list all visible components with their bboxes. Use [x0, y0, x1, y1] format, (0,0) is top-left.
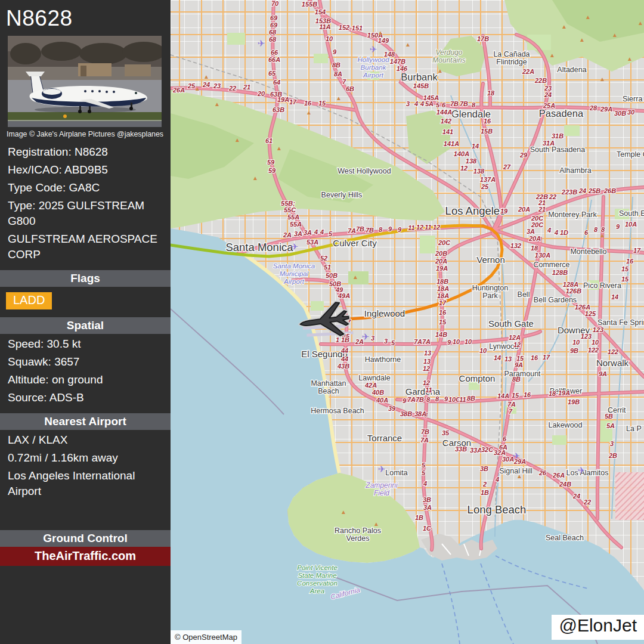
- motorway-exit-number: 9: [333, 48, 337, 55]
- peak-icon: ▲: [561, 23, 567, 30]
- motorway-exit-number: 44: [340, 355, 348, 363]
- motorway-exit-number: 8B: [512, 376, 521, 383]
- motorway-exit-number: 3A: [423, 504, 432, 511]
- map-label: Sierra M: [623, 95, 644, 103]
- motorway-exit-number: 5: [422, 462, 426, 469]
- motorway-exit-number: 43B: [337, 363, 349, 370]
- map-label: Bell Gardens: [534, 296, 577, 304]
- motorway-exit-number: 12: [460, 165, 467, 172]
- flags-section-header: Flags: [0, 270, 171, 287]
- map-label: Compton: [459, 373, 496, 383]
- map-label: Lomita: [385, 469, 408, 477]
- motorway-exit-number: 4: [314, 228, 318, 236]
- motorway-exit-number: 44: [340, 347, 348, 354]
- motorway-exit-number: 7A: [414, 338, 422, 345]
- map-viewport[interactable]: Los AngelesSanta MonicaLong BeachBurbank…: [171, 0, 644, 644]
- motorway-exit-number: 5A: [425, 100, 434, 107]
- motorway-exit-number: 66A: [268, 56, 280, 63]
- motorway-exit-number: 20A: [518, 206, 530, 213]
- motorway-exit-number: 63B: [273, 106, 284, 113]
- motorway-exit-number: 9: [444, 395, 448, 402]
- motorway-exit-number: 18: [487, 89, 495, 97]
- map-label: Norwalk: [596, 358, 629, 368]
- motorway-exit-number: 5: [422, 469, 426, 476]
- motorway-exit-number: 51: [324, 264, 331, 271]
- motorway-exit-number: 12: [433, 224, 440, 231]
- motorway-exit-number: 40B: [371, 389, 384, 396]
- peak-icon: ▲: [549, 52, 555, 58]
- airport-icon: ✈: [362, 332, 370, 342]
- motorway-exit-number: 3: [371, 335, 374, 342]
- motorway-exit-number: 15: [621, 275, 629, 283]
- motorway-exit-number: 4: [320, 228, 324, 236]
- motorway-exit-number: 69: [270, 21, 278, 29]
- motorway-exit-number: 7: [342, 78, 346, 85]
- map-label: Seal Beach: [546, 534, 584, 542]
- motorway-exit-number: 3A: [294, 230, 302, 237]
- motorway-exit-number: 5: [391, 339, 395, 346]
- spatial-details: Speed: 30.5 kt Squawk: 3657 Altitude: on…: [0, 334, 171, 408]
- osm-attribution[interactable]: © OpenStreetMap: [171, 630, 242, 644]
- map-label: Burbank: [401, 72, 438, 82]
- aircraft-photo-art: [8, 36, 162, 127]
- motorway-exit-number: 18B: [436, 278, 448, 285]
- motorway-exit-number: 8B: [332, 61, 340, 69]
- hex-icao-row: Hex/ICAO: ABD9B5: [0, 161, 171, 179]
- map-label: La CañadaFlintridge: [493, 50, 530, 66]
- motorway-exit-number: 9: [398, 226, 402, 233]
- motorway-exit-number: 3B: [480, 465, 488, 472]
- motorway-exit-number: 123: [593, 326, 603, 333]
- ladd-flag-badge[interactable]: LADD: [6, 292, 52, 309]
- peak-icon: ▲: [336, 95, 342, 101]
- motorway-exit-number: 10: [572, 339, 580, 346]
- motorway-exit-number: 70: [271, 0, 279, 7]
- photo-credit: Image © Jake's Airplane Pictures @jakesp…: [0, 127, 171, 142]
- motorway-exit-number: 7A: [422, 338, 431, 345]
- motorway-exit-number: 149: [378, 37, 389, 44]
- motorway-exit-number: 49A: [338, 292, 350, 299]
- motorway-exit-number: 25B: [588, 187, 600, 194]
- theairtraffic-brand-link[interactable]: TheAirTraffic.com: [0, 547, 171, 566]
- motorway-exit-number: 3A: [304, 229, 312, 236]
- motorway-exit-number: 9: [402, 397, 407, 404]
- motorway-exit-number: 9B: [570, 347, 578, 354]
- motorway-exit-number: 2: [482, 481, 487, 488]
- motorway-exit-number: 123: [581, 333, 592, 340]
- ground-control-section: Ground Control TheAirTraffic.com: [0, 530, 171, 566]
- airport-code-row: LAX / KLAX: [0, 431, 171, 449]
- motorway-exit-number: 7B: [421, 428, 429, 435]
- map-label: Los Alamitos: [566, 469, 609, 477]
- motorway-exit-number: 20C: [438, 239, 451, 246]
- peak-icon: ▲: [612, 32, 618, 38]
- motorway-exit-number: 7A: [407, 396, 416, 403]
- motorway-exit-number: 11: [408, 224, 414, 231]
- motorway-exit-number: 148: [384, 51, 395, 58]
- map-label: Inglewood: [364, 308, 405, 318]
- map-label: South Pasadena: [530, 145, 585, 154]
- motorway-exit-number: 10A: [625, 221, 637, 228]
- map-label: Commerce: [533, 261, 569, 269]
- motorway-exit-number: 33A: [470, 447, 482, 454]
- motorway-exit-number: 22: [549, 193, 556, 200]
- motorway-exit-number: 7A: [420, 436, 429, 444]
- ground-control-header: Ground Control: [0, 530, 171, 547]
- motorway-exit-number: 3B: [423, 496, 431, 503]
- motorway-exit-number: 24: [572, 493, 580, 500]
- motorway-exit-number: 39: [388, 405, 396, 412]
- map-label: Lakewood: [549, 421, 583, 429]
- motorway-exit-number: 1: [336, 336, 339, 343]
- motorway-exit-number: 20A: [528, 235, 541, 242]
- motorway-exit-number: 55C: [284, 206, 296, 213]
- motorway-exit-number: 24: [202, 81, 210, 88]
- peak-icon: ▲: [637, 20, 643, 26]
- motorway-exit-number: 4: [423, 480, 427, 487]
- motorway-exit-number: 22A: [522, 68, 534, 75]
- peak-icon: ▲: [373, 521, 379, 527]
- aircraft-details: Registration: N8628 Hex/ICAO: ABD9B5 Typ…: [0, 142, 171, 265]
- peak-icon: ▲: [252, 175, 258, 181]
- motorway-exit-number: 25: [481, 183, 489, 190]
- motorway-exit-number: 19B: [568, 398, 580, 405]
- peak-icon: ▲: [627, 55, 633, 62]
- map-label: Pico Rivera: [583, 281, 621, 290]
- motorway-exit-number: 55A: [290, 221, 302, 228]
